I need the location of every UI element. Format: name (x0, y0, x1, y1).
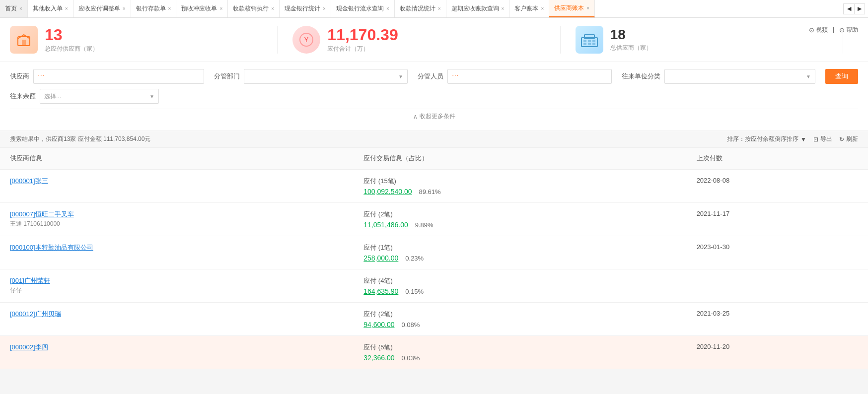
nav-tab-adjust-close[interactable]: × (123, 6, 126, 11)
trans-amount-1[interactable]: 11,051,486.00 (363, 221, 408, 229)
help-link[interactable]: ⊙ 帮助 (839, 26, 858, 34)
svg-text:¥: ¥ (304, 36, 308, 44)
collapse-chevron-icon: ∧ (413, 113, 418, 120)
nav-arrows: ◀ ▶ (840, 3, 868, 14)
nav-tab-income-close[interactable]: × (65, 6, 68, 11)
filter-item-dept: 分管部门 ▼ (214, 69, 408, 84)
nav-arrow-right[interactable]: ▶ (854, 3, 865, 14)
col-header-supplier-text: 供应商信息 (10, 154, 42, 162)
nav-tab-overdue[interactable]: 超期应收账款查询 × (446, 0, 510, 17)
svg-rect-8 (583, 43, 586, 45)
lastpay-cell-1: 2021-11-17 (687, 203, 868, 236)
filter-unit-type-label: 往来单位分类 (622, 72, 660, 81)
filter-balance-label: 往来余额 (10, 92, 36, 101)
nav-tab-adjust[interactable]: 应收应付调整单 × (73, 0, 131, 17)
col-header-trans-text: 应付交易信息（占比） (363, 154, 428, 162)
nav-tab-supplierbook-close[interactable]: × (586, 5, 589, 11)
lastpay-cell-3 (687, 269, 868, 303)
collapse-button[interactable]: ∧ 收起更多条件 (10, 109, 858, 124)
trans-amount-0[interactable]: 100,092,540.00 (363, 188, 412, 196)
supplier-link-3[interactable]: [001]广州荣轩 (10, 277, 50, 284)
trans-amount-2[interactable]: 258,000.00 (363, 254, 398, 262)
stat-payable-suppliers-content: 13 总应付供应商（家） (45, 27, 98, 53)
nav-tab-cashstat[interactable]: 现金银行统计 × (280, 0, 331, 17)
trans-info-0: 应付 (15笔) 100,092,540.00 89.61% (363, 177, 676, 196)
trans-label-1: 应付 (2笔) (363, 210, 393, 218)
export-button[interactable]: ⊡ 导出 (813, 135, 832, 143)
trans-label-0: 应付 (15笔) (363, 177, 396, 185)
nav-tab-supplierbook[interactable]: 供应商账本 × (549, 0, 595, 17)
svg-rect-7 (592, 40, 595, 42)
filter-dept-select[interactable]: ▼ (244, 69, 408, 84)
balance-placeholder: 选择... (44, 92, 61, 101)
nav-tab-overdue-close[interactable]: × (502, 6, 505, 11)
table-row: [000007]恒旺二手叉车王通 17106110000 应付 (2笔) 11,… (0, 203, 868, 236)
filter-balance-select[interactable]: 选择... ▼ (40, 89, 159, 104)
payable-amount-number: 11,170.39 (327, 27, 398, 43)
nav-tab-receiptstat-close[interactable]: × (438, 6, 441, 11)
nav-tab-overdue-label: 超期应收账款查询 (451, 4, 499, 13)
nav-tab-supplierbook-label: 供应商账本 (554, 4, 584, 12)
nav-tab-custbook[interactable]: 客户账本 × (509, 0, 549, 17)
trans-amount-4[interactable]: 94,600.00 (363, 321, 394, 328)
nav-tab-cashstat-close[interactable]: × (323, 6, 326, 11)
supplier-link-4[interactable]: [000012]广州贝瑞 (10, 310, 61, 318)
nav-tab-home-close[interactable]: × (19, 6, 22, 11)
trans-info-1: 应付 (2笔) 11,051,486.00 9.89% (363, 210, 676, 229)
nav-tab-receipt-close[interactable]: × (271, 6, 274, 11)
nav-arrow-left[interactable]: ◀ (843, 3, 854, 14)
nav-tab-home-label: 首页 (5, 4, 17, 13)
nav-tab-cashflow[interactable]: 现金银行流水查询 × (331, 0, 395, 17)
supplier-sub-1: 王通 17106110000 (10, 220, 344, 228)
filter-unit-type-select[interactable]: ▼ (664, 69, 816, 84)
stat-card-total-suppliers: 18 总供应商（家） (576, 26, 843, 54)
sort-chevron-icon: ▼ (800, 136, 806, 143)
nav-tab-cashflow-label: 现金银行流水查询 (336, 4, 384, 13)
trans-pct-5: 0.03% (402, 354, 420, 362)
supplier-link-2[interactable]: [000100]本特勤油品有限公司 (10, 244, 93, 251)
stat-card-payable-suppliers: 13 总应付供应商（家） (10, 26, 278, 54)
filter-item-supplier: 供应商 ··· (10, 69, 204, 84)
video-icon: ⊙ (809, 26, 814, 34)
col-header-trans: 应付交易信息（占比） (354, 148, 686, 169)
payable-suppliers-label: 总应付供应商（家） (45, 45, 98, 53)
supplier-ellipsis-icon: ··· (38, 71, 44, 80)
nav-tab-income[interactable]: 其他收入单 × (28, 0, 73, 17)
supplier-cell-5: [000002]李四 (0, 336, 354, 369)
trans-amount-3[interactable]: 164,635.90 (363, 287, 398, 295)
nav-tab-bank[interactable]: 银行存款单 × (131, 0, 177, 17)
result-bar: 搜索结果中，供应商13家 应付金额 111,703,854.00元 排序：按应付… (0, 131, 868, 148)
supplier-sub-3: 仔仔 (10, 286, 344, 295)
trans-pct-4: 0.08% (402, 321, 420, 328)
stat-total-suppliers-content: 18 总供应商（家） (610, 28, 652, 52)
filter-supplier-select[interactable]: ··· (33, 69, 204, 84)
nav-tab-prepay-close[interactable]: × (219, 6, 222, 11)
lastpay-cell-5: 2020-11-20 (687, 336, 868, 369)
trans-label-4: 应付 (2笔) (363, 310, 393, 318)
nav-tab-prepay[interactable]: 预收冲应收单 × (176, 0, 228, 17)
trans-cell-2: 应付 (1笔) 258,000.00 0.23% (354, 236, 686, 269)
svg-rect-9 (588, 43, 591, 45)
nav-tab-bank-close[interactable]: × (168, 6, 171, 11)
nav-tab-home[interactable]: 首页 × (0, 0, 28, 17)
refresh-button[interactable]: ↻ 刷新 (839, 135, 858, 143)
filter-person-select[interactable]: ··· (447, 69, 612, 84)
video-link[interactable]: ⊙ 视频 (809, 26, 828, 34)
nav-tab-receipt[interactable]: 收款核销执行 × (228, 0, 280, 17)
sort-dropdown[interactable]: 排序：按应付余额倒序排序 ▼ (727, 135, 806, 143)
supplier-link-1[interactable]: [000007]恒旺二手叉车 (10, 210, 74, 218)
data-table-wrapper: 供应商信息 应付交易信息（占比） 上次付数 [000001]张三 应付 (15笔… (0, 148, 868, 369)
trans-label-5: 应付 (5笔) (363, 343, 393, 351)
supplier-cell-2: [000100]本特勤油品有限公司 (0, 236, 354, 269)
navigation-bar: 首页 × 其他收入单 × 应收应付调整单 × 银行存款单 × 预收冲应收单 × … (0, 0, 868, 18)
trans-pct-2: 0.23% (405, 255, 424, 262)
supplier-link-0[interactable]: [000001]张三 (10, 177, 48, 185)
search-button[interactable]: 查询 (825, 69, 858, 84)
nav-tab-cashflow-close[interactable]: × (386, 6, 389, 11)
nav-tab-income-label: 其他收入单 (33, 4, 63, 13)
trans-amount-5[interactable]: 32,366.00 (363, 354, 394, 362)
nav-tab-receiptstat[interactable]: 收款情况统计 × (395, 0, 446, 17)
nav-tab-custbook-close[interactable]: × (541, 6, 544, 11)
supplier-link-5[interactable]: [000002]李四 (10, 343, 48, 351)
balance-chevron-icon: ▼ (149, 94, 154, 99)
